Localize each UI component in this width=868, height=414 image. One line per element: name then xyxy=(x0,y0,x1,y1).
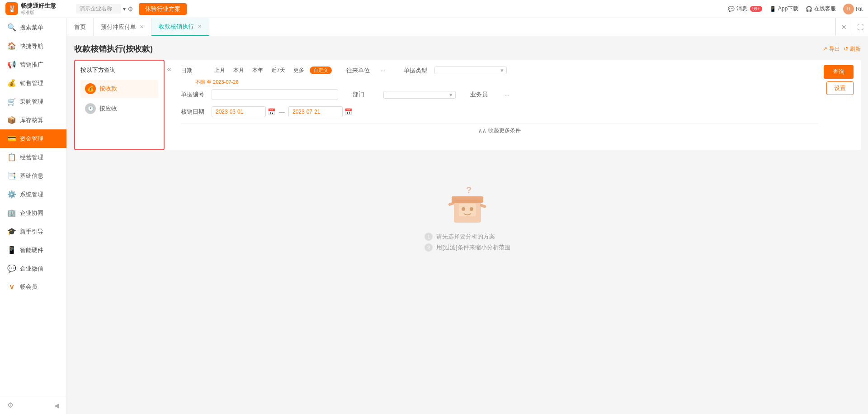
tab-collection-close[interactable]: ✕ xyxy=(198,24,202,29)
page-title: 收款核销执行(按收款) xyxy=(74,43,153,54)
svg-point-4 xyxy=(470,207,473,211)
date-btn-this-year[interactable]: 本年 xyxy=(250,66,266,75)
sidebar-item-funds[interactable]: 💳 资金管理 xyxy=(0,129,66,148)
sidebar-item-purchase[interactable]: 🛒 采购管理 xyxy=(0,92,66,111)
svg-rect-2 xyxy=(459,204,476,216)
date-filter: 上月 本月 本年 近7天 更多 自定义 xyxy=(212,66,332,75)
sidebar-item-enterprise[interactable]: 🏢 企业协同 xyxy=(0,204,66,222)
sidebar-collapse-icon[interactable]: ◀ xyxy=(54,402,59,409)
date-btn-7days[interactable]: 近7天 xyxy=(269,66,288,75)
verify-date-end-wrapper: 📅 xyxy=(288,106,352,117)
user-profile[interactable]: R Rit xyxy=(843,4,863,14)
query-left-title: 按以下方查询 xyxy=(80,66,158,74)
sidebar-item-inventory[interactable]: 📦 库存核算 xyxy=(0,111,66,129)
funds-icon: 💳 xyxy=(7,134,16,143)
online-service-button[interactable]: 🎧 在线客服 xyxy=(806,5,836,13)
hint-number-2: 2 xyxy=(425,243,433,252)
dept-arrow-icon: ▾ xyxy=(447,91,455,98)
online-service-icon: 🎧 xyxy=(806,6,812,12)
date-btn-more[interactable]: 更多 xyxy=(291,66,307,75)
export-button[interactable]: ↗ 导出 xyxy=(823,45,840,53)
sidebar-item-operation[interactable]: 📋 经营管理 xyxy=(0,148,66,167)
collapse-up-icon: ∧∧ xyxy=(478,128,486,134)
staff-group: 业务员 ··· xyxy=(470,90,513,100)
message-badge: 99+ xyxy=(750,6,762,12)
staff-label: 业务员 xyxy=(470,90,497,99)
voucher-no-input[interactable] xyxy=(212,89,338,100)
company-dropdown-icon[interactable]: ▾ xyxy=(123,6,126,12)
sidebar-item-smart-hw[interactable]: 📱 智能硬件 xyxy=(0,241,66,259)
verify-date-start-input[interactable] xyxy=(212,106,266,117)
query-option-by-receivable[interactable]: 🕐 按应收 xyxy=(80,100,158,118)
tab-bar: 首页 预付冲应付单 ✕ 收款核销执行 ✕ ✕ ⛶ xyxy=(67,18,868,36)
sidebar-item-system[interactable]: ⚙️ 系统管理 xyxy=(0,185,66,204)
date-btn-this-month[interactable]: 本月 xyxy=(231,66,247,75)
voucher-type-select[interactable]: ▾ xyxy=(434,67,507,74)
counterpart-group: 往来单位 ··· xyxy=(346,65,389,76)
quick-nav-icon: 🏠 xyxy=(7,42,16,50)
tab-prepay[interactable]: 预付冲应付单 ✕ xyxy=(94,18,151,36)
svg-text:?: ? xyxy=(466,185,472,195)
refresh-button[interactable]: ↺ 刷新 xyxy=(844,45,861,53)
query-row-2: 单据编号 部门 ▾ xyxy=(181,89,818,100)
tab-close-all-button[interactable]: ✕ xyxy=(835,18,852,36)
query-button[interactable]: 查询 xyxy=(824,65,854,79)
sidebar-item-basic-info[interactable]: 📑 基础信息 xyxy=(0,167,66,185)
company-selector[interactable]: 演示企业名称 xyxy=(76,4,121,14)
page-header: 收款核销执行(按收款) ↗ 导出 ↺ 刷新 xyxy=(74,43,861,54)
empty-hint-2: 2 用[过滤]条件来缩小分析范围 xyxy=(425,243,510,252)
operation-icon: 📋 xyxy=(7,153,16,162)
system-icon: ⚙️ xyxy=(7,190,16,199)
logo-icon: 🐰 xyxy=(5,2,18,15)
counterpart-input[interactable]: ··· xyxy=(377,65,389,76)
sidebar-item-sales[interactable]: 💰 销售管理 xyxy=(0,74,66,92)
inventory-icon: 📦 xyxy=(7,116,16,124)
tab-collection[interactable]: 收款核销执行 ✕ xyxy=(151,18,209,36)
verify-date-end-input[interactable] xyxy=(288,106,343,117)
query-right-panel: 日期 上月 本月 本年 近7天 更多 自定义 xyxy=(174,60,861,150)
sidebar-item-guide[interactable]: 🎓 新手引导 xyxy=(0,222,66,241)
tab-prepay-close[interactable]: ✕ xyxy=(140,24,144,30)
setting-button[interactable]: 设置 xyxy=(826,81,854,95)
date-separator: — xyxy=(279,109,285,115)
basic-info-icon: 📑 xyxy=(7,171,16,180)
verify-date-label: 核销日期 xyxy=(181,108,208,116)
verify-date-start-calendar-icon[interactable]: 📅 xyxy=(268,108,275,115)
sidebar-settings-icon[interactable]: ⚙ xyxy=(7,401,14,409)
app-download-button[interactable]: 📱 App下载 xyxy=(769,5,798,13)
message-icon: 💬 xyxy=(728,6,735,12)
sidebar-item-wechat[interactable]: 💬 企业微信 xyxy=(0,259,66,278)
sidebar-item-member[interactable]: V 畅会员 xyxy=(0,278,66,296)
counterpart-label: 往来单位 xyxy=(346,67,373,75)
dept-select[interactable]: ▾ xyxy=(383,91,456,99)
purchase-icon: 🛒 xyxy=(7,97,16,106)
voucher-type-group: 单据类型 ▾ xyxy=(404,67,507,75)
message-button[interactable]: 💬 消息 99+ xyxy=(728,5,762,13)
settings-gear-icon[interactable]: ⚙ xyxy=(127,5,133,13)
tab-home[interactable]: 首页 xyxy=(67,18,94,36)
verify-date-group: 核销日期 📅 — 📅 xyxy=(181,106,352,117)
refresh-icon: ↺ xyxy=(844,46,848,52)
sidebar-item-marketing[interactable]: 📢 营销推广 xyxy=(0,55,66,74)
tab-expand-button[interactable]: ⛶ xyxy=(852,18,868,36)
query-collapse-button[interactable]: « xyxy=(165,60,174,150)
avatar: R xyxy=(843,4,854,14)
empty-hints: 1 请先选择要分析的方案 2 用[过滤]条件来缩小分析范围 xyxy=(425,233,510,252)
query-option-by-receipt[interactable]: 💰 按收款 xyxy=(80,80,158,98)
collapse-more-button[interactable]: ∧∧ 收起更多条件 xyxy=(181,124,818,137)
query-actions: 查询 设置 xyxy=(818,65,854,95)
empty-illustration: ? xyxy=(443,177,492,227)
search-menu-icon: 🔍 xyxy=(7,23,16,32)
sidebar-item-search-menu[interactable]: 🔍 搜索菜单 xyxy=(0,18,66,37)
query-panel: 按以下方查询 💰 按收款 🕐 按应收 « xyxy=(74,60,861,150)
sidebar-item-quick-nav[interactable]: 🏠 快捷导航 xyxy=(0,37,66,55)
svg-point-3 xyxy=(462,207,465,211)
industry-solution-button[interactable]: 休验行业方案 xyxy=(139,3,187,15)
marketing-icon: 📢 xyxy=(7,60,16,69)
smart-hw-icon: 📱 xyxy=(7,246,16,254)
empty-hint-1: 1 请先选择要分析的方案 xyxy=(425,233,510,241)
date-custom-badge[interactable]: 自定义 xyxy=(310,67,332,74)
staff-input[interactable]: ··· xyxy=(501,90,513,100)
date-btn-last-month[interactable]: 上月 xyxy=(212,66,228,75)
verify-date-end-calendar-icon[interactable]: 📅 xyxy=(344,108,352,115)
